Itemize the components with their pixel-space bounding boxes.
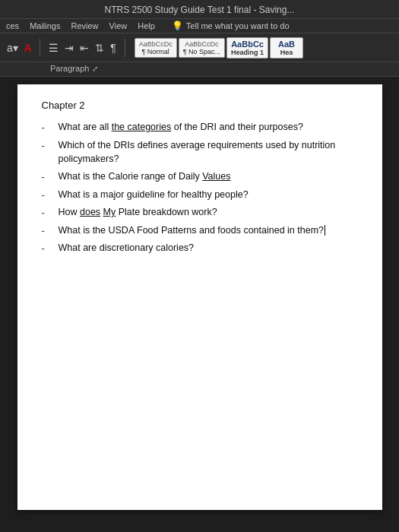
list-item: - What is the Calorie range of Daily Val… bbox=[42, 169, 358, 185]
bullet-3: - bbox=[42, 169, 55, 185]
paragraph-label: Paragraph bbox=[50, 64, 89, 73]
underline-does: does bbox=[80, 207, 100, 217]
title-text: NTRS 2500 Study Guide Test 1 final - Sav… bbox=[105, 5, 295, 15]
divider-2 bbox=[125, 39, 125, 57]
title-bar: NTRS 2500 Study Guide Test 1 final - Sav… bbox=[0, 0, 399, 19]
nav-item-mailings[interactable]: Mailings bbox=[30, 21, 60, 30]
style-normal[interactable]: AaBbCcDc ¶ Normal bbox=[135, 38, 177, 58]
list-item-6-text: What is the USDA Food Patterns and foods… bbox=[59, 223, 326, 238]
list-item: - What is a major guideline for healthy … bbox=[42, 188, 358, 203]
list-item-2-text: Which of the DRIs defines average requir… bbox=[59, 138, 358, 167]
tell-me-box[interactable]: 💡 Tell me what you want to do bbox=[172, 21, 290, 31]
list-item: - Which of the DRIs defines average requ… bbox=[42, 138, 358, 167]
list-item-4-text: What is a major guideline for healthy pe… bbox=[59, 188, 249, 202]
paragraph-group: ☰ ⇥ ⇤ ⇅ ¶ bbox=[46, 40, 119, 55]
lightbulb-icon: 💡 bbox=[172, 21, 183, 31]
ribbon-nav: ces Mailings Review View Help 💡 Tell me … bbox=[0, 19, 399, 33]
style-heading1[interactable]: AaBbCc Heading 1 bbox=[226, 37, 268, 59]
outdent-icon[interactable]: ⇤ bbox=[78, 40, 91, 55]
indent-icon[interactable]: ⇥ bbox=[62, 40, 76, 55]
text-color-icon[interactable]: A bbox=[22, 40, 33, 55]
tell-me-text: Tell me what you want to do bbox=[186, 21, 290, 30]
document-area[interactable]: Chapter 2 - What are all the categories … bbox=[17, 84, 382, 510]
bullet-5: - bbox=[42, 205, 55, 220]
bullet-4: - bbox=[42, 188, 55, 203]
list-item-7-text: What are discretionary calories? bbox=[59, 241, 195, 255]
paragraph-row: Paragraph ⤢ bbox=[0, 62, 399, 77]
nav-item-ces[interactable]: ces bbox=[6, 21, 19, 30]
bullet-2: - bbox=[42, 138, 55, 154]
nav-item-review[interactable]: Review bbox=[71, 21, 98, 30]
list-item-1-text: What are all the categories of the DRI a… bbox=[59, 120, 303, 135]
question-list: - What are all the categories of the DRI… bbox=[42, 120, 358, 256]
nav-item-view[interactable]: View bbox=[109, 21, 128, 30]
divider-1 bbox=[40, 39, 40, 57]
style-no-space[interactable]: AaBbCcDc ¶ No Spac... bbox=[179, 38, 225, 58]
bullet-6: - bbox=[42, 223, 55, 239]
list-icon[interactable]: ☰ bbox=[46, 40, 61, 55]
chapter-heading: Chapter 2 bbox=[42, 100, 358, 111]
font-group: a▾ A bbox=[5, 40, 33, 55]
underline-categories: the categories bbox=[112, 122, 172, 132]
style-heading2[interactable]: AaB Hea bbox=[270, 37, 303, 59]
bullet-1: - bbox=[42, 120, 55, 135]
list-item-5-text: How does My Plate breakdown work? bbox=[59, 205, 217, 220]
underline-my: My bbox=[103, 207, 116, 217]
nav-item-help[interactable]: Help bbox=[138, 21, 155, 30]
paragraph-expand-icon[interactable]: ⤢ bbox=[92, 65, 98, 73]
underline-values: Values bbox=[202, 171, 230, 182]
list-item: - What are all the categories of the DRI… bbox=[42, 120, 358, 135]
list-item: - How does My Plate breakdown work? bbox=[42, 205, 358, 220]
sort-icon[interactable]: ⇅ bbox=[93, 40, 106, 55]
list-item-3-text: What is the Calorie range of Daily Value… bbox=[59, 169, 231, 184]
pilcrow-icon[interactable]: ¶ bbox=[108, 40, 119, 55]
list-item: - What is the USDA Food Patterns and foo… bbox=[42, 223, 358, 239]
styles-area: AaBbCcDc ¶ Normal AaBbCcDc ¶ No Spac... … bbox=[135, 37, 303, 59]
bullet-7: - bbox=[42, 241, 55, 256]
font-size-icon[interactable]: a▾ bbox=[5, 40, 21, 55]
list-item: - What are discretionary calories? bbox=[42, 241, 358, 256]
ribbon-toolbar: a▾ A ☰ ⇥ ⇤ ⇅ ¶ AaBbCcDc ¶ Normal AaBbCcD… bbox=[0, 33, 399, 62]
